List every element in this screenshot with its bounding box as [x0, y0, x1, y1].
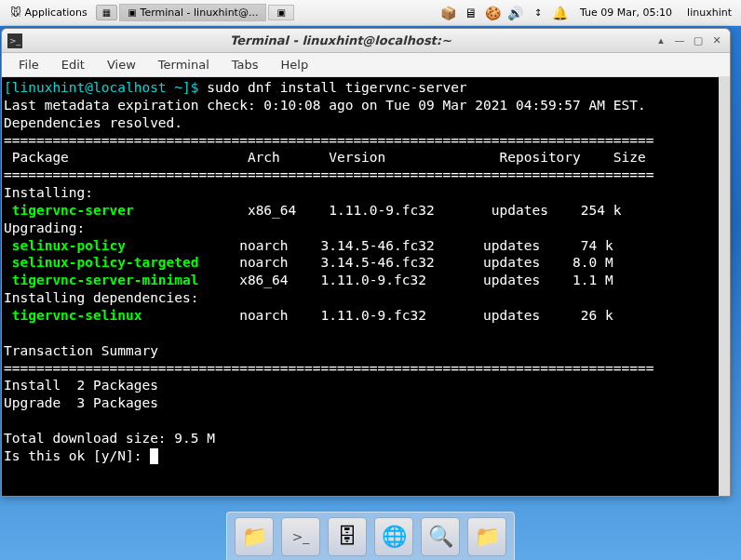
mouse-icon: 🐭 — [10, 7, 20, 19]
dock-web[interactable]: 🌐 — [374, 517, 413, 556]
top-panel: 🐭 Applications ▦ ▣ Terminal - linuxhint@… — [0, 0, 741, 26]
user-menu[interactable]: linuxhint — [681, 7, 737, 19]
panel-clock[interactable]: Tue 09 Mar, 05:10 — [573, 7, 680, 19]
menubar: File Edit View Terminal Tabs Help — [2, 53, 730, 77]
bottom-dock: 📁 >_ 🗄 🌐 🔍 📁 — [226, 512, 515, 560]
menu-terminal[interactable]: Terminal — [147, 54, 221, 75]
upgrading-label: Upgrading: — [4, 220, 85, 235]
transaction-summary: Transaction Summary — [4, 343, 158, 358]
menu-view[interactable]: View — [96, 54, 147, 75]
minimize-button[interactable]: — — [672, 33, 687, 48]
taskbar-terminal[interactable]: ▣ Terminal - linuxhint@... — [119, 4, 266, 21]
hrule-top: ========================================… — [4, 133, 653, 148]
filemgr-icon: 🗄 — [337, 525, 357, 548]
confirm-prompt: Is this ok [y/N]: — [4, 448, 150, 463]
download-size: Total download size: 9.5 M — [4, 431, 215, 446]
globe-icon: 🌐 — [382, 525, 407, 548]
taskbar-app2[interactable]: ▣ — [268, 5, 293, 20]
search-icon: 🔍 — [428, 525, 453, 548]
pkg2-name: selinux-policy — [4, 238, 126, 253]
installing-label: Installing: — [4, 185, 93, 200]
display-tray-icon[interactable]: 🖥 — [463, 5, 479, 21]
terminal-cursor — [150, 448, 158, 464]
upgrade-count: Upgrade 3 Packages — [4, 395, 158, 410]
pkg3-name: selinux-policy-targeted — [4, 255, 199, 270]
dock-files[interactable]: 📁 — [235, 517, 274, 556]
applications-menu[interactable]: 🐭 Applications — [4, 4, 94, 21]
dock-terminal[interactable]: >_ — [281, 517, 320, 556]
pkg1-rest: x86_64 1.11.0-9.fc32 updates 254 k — [134, 203, 622, 218]
dock-search[interactable]: 🔍 — [421, 517, 460, 556]
window-title: Terminal - linuxhint@localhost:~ — [28, 33, 653, 47]
window-titlebar[interactable]: >_ Terminal - linuxhint@localhost:~ ▴ — … — [2, 29, 730, 53]
notification-tray-icon[interactable]: 🔔 — [552, 5, 569, 21]
installing-deps-label: Installing dependencies: — [4, 290, 199, 305]
terminal-title-icon: >_ — [7, 33, 22, 48]
dock-filemgr[interactable]: 🗄 — [328, 517, 367, 556]
home-folder-icon: 📁 — [475, 525, 500, 548]
pkg5-name: tigervnc-selinux — [4, 308, 141, 323]
pkg2-rest: noarch 3.14.5-46.fc32 updates 74 k — [126, 238, 613, 253]
maximize-button[interactable]: ▢ — [691, 33, 706, 48]
package-tray-icon[interactable]: 📦 — [440, 5, 457, 21]
pkg1-name: tigervnc-server — [4, 203, 134, 218]
deps-resolved: Dependencies resolved. — [4, 115, 182, 130]
network-tray-icon[interactable]: ↕ — [530, 5, 546, 21]
hrule-mid: ========================================… — [4, 167, 653, 182]
rollup-button[interactable]: ▴ — [653, 33, 668, 48]
menu-help[interactable]: Help — [270, 54, 320, 75]
menu-file[interactable]: File — [7, 54, 50, 75]
terminal-window: >_ Terminal - linuxhint@localhost:~ ▴ — … — [1, 28, 731, 497]
workspace-icon: ▦ — [102, 7, 111, 18]
app2-icon: ▣ — [276, 7, 285, 18]
disk-tray-icon[interactable]: 🍪 — [485, 5, 502, 21]
terminal-area[interactable]: [linuxhint@localhost ~]$ sudo dnf instal… — [2, 77, 730, 496]
pkg5-rest: noarch 1.11.0-9.fc32 updates 26 k — [141, 308, 613, 323]
metadata-line: Last metadata expiration check: 0:10:08 … — [4, 98, 646, 113]
close-button[interactable]: ✕ — [709, 33, 724, 48]
hrule-bot: ========================================… — [4, 361, 653, 376]
menu-tabs[interactable]: Tabs — [221, 54, 270, 75]
command-text: sudo dnf install tigervnc-server — [207, 80, 466, 95]
pkg4-rest: x86_64 1.11.0-9.fc32 updates 1.1 M — [199, 273, 613, 287]
folder-icon: 📁 — [242, 525, 267, 548]
terminal-scrollbar[interactable] — [719, 77, 730, 496]
table-header: Package Arch Version Repository Size — [4, 150, 646, 165]
terminal-icon: >_ — [292, 529, 310, 544]
install-count: Install 2 Packages — [4, 378, 158, 393]
terminal-task-icon: ▣ — [128, 7, 136, 18]
volume-tray-icon[interactable]: 🔊 — [507, 5, 524, 21]
workspace-switcher[interactable]: ▦ — [96, 5, 117, 20]
dock-home[interactable]: 📁 — [467, 517, 506, 556]
prompt: [linuxhint@localhost ~]$ — [4, 80, 207, 95]
pkg3-rest: noarch 3.14.5-46.fc32 updates 8.0 M — [199, 255, 613, 270]
pkg4-name: tigervnc-server-minimal — [4, 273, 199, 287]
menu-edit[interactable]: Edit — [50, 54, 96, 75]
